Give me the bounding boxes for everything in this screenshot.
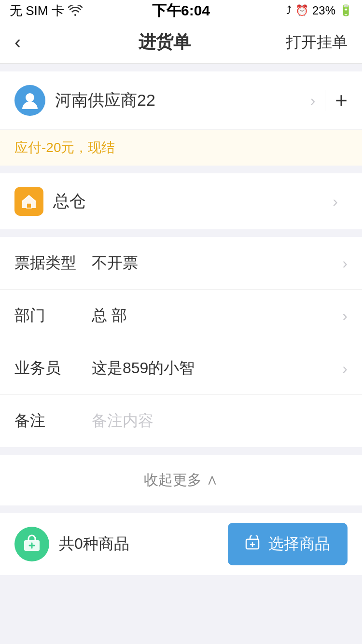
wifi-icon bbox=[68, 5, 83, 16]
salesperson-value: 这是859的小智 bbox=[82, 358, 342, 379]
status-right: ⤴ ⏰ 23% 🔋 bbox=[286, 4, 352, 17]
salesperson-label: 业务员 bbox=[14, 358, 82, 379]
invoice-type-value: 不开票 bbox=[82, 252, 342, 274]
supplier-avatar bbox=[14, 85, 45, 116]
supplier-name: 河南供应商22 bbox=[55, 89, 310, 112]
collapse-button[interactable]: 收起更多 ∧ bbox=[0, 455, 362, 505]
department-chevron-icon: › bbox=[342, 307, 348, 325]
remark-label: 备注 bbox=[14, 410, 82, 432]
notice-bar: 应付-20元，现结 bbox=[0, 130, 362, 166]
product-icon bbox=[14, 527, 49, 561]
status-left: 无 SIM 卡 bbox=[10, 2, 83, 19]
salesperson-row[interactable]: 业务员 这是859的小智 › bbox=[0, 342, 362, 395]
product-count-label: 共0种商品 bbox=[59, 533, 218, 555]
notice-text: 应付-20元，现结 bbox=[14, 140, 115, 155]
department-value: 总 部 bbox=[82, 305, 342, 326]
warehouse-icon bbox=[14, 187, 43, 216]
collapse-label: 收起更多 ∧ bbox=[144, 472, 218, 488]
svg-rect-1 bbox=[27, 203, 31, 208]
warehouse-name: 总仓 bbox=[53, 190, 333, 212]
remark-row[interactable]: 备注 备注内容 bbox=[0, 395, 362, 447]
invoice-type-chevron-icon: › bbox=[342, 254, 348, 272]
department-row[interactable]: 部门 总 部 › bbox=[0, 290, 362, 342]
open-pending-button[interactable]: 打开挂单 bbox=[286, 32, 348, 53]
status-time: 下午6:04 bbox=[152, 1, 210, 21]
gray-area bbox=[0, 575, 362, 644]
svg-point-0 bbox=[26, 93, 34, 102]
invoice-type-row[interactable]: 票据类型 不开票 › bbox=[0, 237, 362, 290]
back-button[interactable]: ‹ bbox=[14, 31, 43, 53]
supplier-row[interactable]: 河南供应商22 › + bbox=[0, 71, 362, 130]
salesperson-chevron-icon: › bbox=[342, 360, 348, 378]
add-button[interactable]: + bbox=[325, 90, 348, 111]
battery-percent: 23% bbox=[312, 4, 335, 17]
carrier-label: 无 SIM 卡 bbox=[10, 2, 64, 19]
supplier-chevron-icon: › bbox=[310, 92, 316, 110]
department-label: 部门 bbox=[14, 305, 82, 326]
warehouse-chevron-icon: › bbox=[333, 193, 338, 210]
invoice-type-label: 票据类型 bbox=[14, 252, 82, 274]
bottom-bar: 共0种商品 选择商品 bbox=[0, 513, 362, 575]
supplier-card: 河南供应商22 › + 应付-20元，现结 bbox=[0, 71, 362, 166]
battery-icon: 🔋 bbox=[339, 4, 352, 17]
page-title: 进货单 bbox=[139, 30, 191, 54]
warehouse-row[interactable]: 总仓 › bbox=[0, 173, 362, 229]
select-product-button[interactable]: 选择商品 bbox=[228, 523, 348, 565]
cart-icon bbox=[245, 535, 263, 553]
form-section: 票据类型 不开票 › 部门 总 部 › 业务员 这是859的小智 › 备注 备注… bbox=[0, 237, 362, 447]
status-bar: 无 SIM 卡 下午6:04 ⤴ ⏰ 23% 🔋 bbox=[0, 0, 362, 21]
alarm-icon: ⏰ bbox=[295, 4, 308, 17]
main-content: 河南供应商22 › + 应付-20元，现结 总仓 › 票据类型 不开票 › 部门 bbox=[0, 64, 362, 644]
nav-bar: ‹ 进货单 打开挂单 bbox=[0, 21, 362, 64]
remark-value[interactable]: 备注内容 bbox=[82, 410, 348, 432]
select-btn-label: 选择商品 bbox=[268, 533, 330, 555]
location-icon: ⤴ bbox=[286, 4, 292, 17]
